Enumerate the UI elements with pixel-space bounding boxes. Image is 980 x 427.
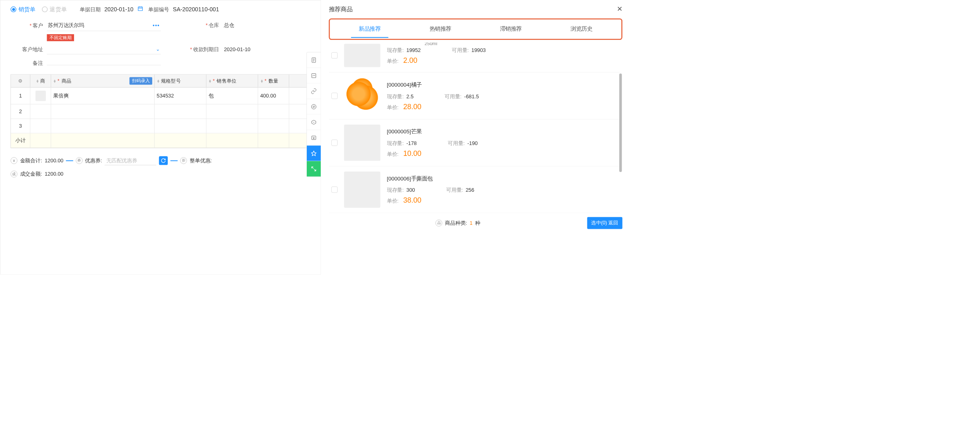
subtotal-label: 小计 (11, 133, 30, 147)
price-label: 单价: (387, 151, 399, 157)
radio-return-order[interactable]: 退货单 (42, 6, 67, 13)
sort-icon[interactable]: ▲▼ (53, 79, 56, 83)
side-toolbar (306, 52, 321, 177)
coupon-icon: 券 (76, 157, 83, 164)
chart-icon[interactable] (307, 68, 321, 83)
kind-label: 商品种类: (445, 220, 467, 226)
available-label: 可用量: (445, 93, 461, 99)
col-qty: 数量 (269, 78, 278, 85)
cell-qty[interactable]: 400.00 (258, 87, 289, 104)
col-spec: 规格型号 (161, 78, 181, 85)
expand-icon[interactable] (307, 161, 321, 177)
warehouse-input[interactable]: 总仓 (223, 20, 337, 31)
product-title: [0000004]橘子 (387, 81, 617, 88)
price-value: 28.00 (403, 102, 422, 110)
doc-date-label: 单据日期 (80, 6, 100, 12)
kind-icon: 品 (436, 220, 442, 226)
dash-icon: — (66, 156, 73, 165)
sort-icon[interactable]: ▲▼ (157, 79, 160, 83)
table-row[interactable]: 3 (11, 119, 318, 133)
customer-input[interactable]: 苏州万达沃尔玛 ••• (47, 20, 161, 31)
selected-return-button[interactable]: 选中(0) 返回 (587, 217, 622, 229)
available-value: -190 (467, 140, 478, 146)
sort-icon[interactable]: ▲▼ (36, 79, 39, 83)
product-image (344, 172, 380, 208)
sales-order-form: 销货单 退货单 单据日期 2020-01-10 单据编号 SA-20200110… (0, 0, 321, 275)
total-value: 1200.00 (45, 158, 63, 164)
tab-hot-products[interactable]: 热销推荐 (422, 21, 459, 38)
price-label: 单价: (387, 104, 399, 110)
coupon-label: 优惠券: (85, 157, 102, 164)
kind-count: 1 (469, 220, 472, 226)
product-title: [0000005]芒果 (387, 128, 617, 135)
stock-value: 2.5 (406, 93, 414, 99)
close-icon[interactable]: ✕ (617, 5, 622, 13)
tab-browse-history[interactable]: 浏览历史 (563, 21, 600, 38)
product-item[interactable]: 现存量:19952 可用量:19903 单价:2.00 (329, 42, 620, 73)
deal-value: 1200.00 (45, 171, 63, 177)
table-row[interactable]: 2 (11, 104, 318, 119)
radio-label: 退货单 (50, 6, 66, 13)
cell-product[interactable]: 果倍爽 (51, 87, 155, 104)
stock-label: 现存量: (387, 47, 404, 53)
product-image (344, 44, 380, 67)
product-title: [0000006]手撕面包 (387, 175, 617, 182)
swap-icon[interactable] (307, 99, 321, 115)
product-checkbox[interactable] (331, 52, 337, 58)
product-checkbox[interactable] (331, 140, 337, 146)
chevron-down-icon[interactable]: ⌄ (156, 46, 160, 52)
stock-value: 300 (406, 187, 415, 193)
product-list[interactable]: 250ml 现存量:19952 可用量:19903 单价:2.00 [00000… (329, 42, 622, 213)
address-input[interactable]: ⌄ (47, 44, 161, 54)
svg-marker-12 (312, 151, 316, 156)
notes-icon[interactable] (307, 52, 321, 68)
customer-label: 客户 (33, 23, 43, 28)
star-icon[interactable] (307, 145, 321, 161)
price-value: 38.00 (403, 196, 422, 204)
sync-button[interactable] (159, 156, 168, 165)
more-icon[interactable]: ••• (153, 22, 159, 28)
product-checkbox[interactable] (331, 93, 337, 99)
product-item[interactable]: [0000005]芒果 现存量:-178 可用量:-190 单价:10.00 (329, 119, 620, 166)
scan-input-button[interactable]: 扫码录入 (130, 77, 153, 85)
row-index: 2 (11, 104, 30, 118)
stock-label: 现存量: (387, 93, 404, 99)
customer-value: 苏州万达沃尔玛 (48, 22, 84, 29)
remark-input[interactable] (47, 61, 161, 65)
calendar-icon[interactable] (137, 6, 143, 13)
radio-icon (10, 6, 16, 12)
link-icon[interactable] (307, 83, 321, 99)
gear-icon[interactable]: ⚙ (18, 78, 23, 84)
stock-value: 19952 (406, 47, 421, 53)
available-label: 可用量: (448, 140, 465, 146)
available-value: -681.5 (464, 93, 479, 99)
product-item[interactable]: [0000006]手撕面包 现存量:300 可用量:256 单价:38.00 (329, 166, 620, 213)
currency-icon[interactable] (307, 130, 321, 146)
stock-value: -178 (406, 140, 417, 146)
recommended-products-panel: 推荐商品 ✕ 新品推荐 热销推荐 滞销推荐 浏览历史 250ml 现存量:199… (321, 0, 630, 275)
tab-new-products[interactable]: 新品推荐 (351, 21, 389, 38)
price-label: 单价: (387, 198, 399, 204)
scrollbar-thumb[interactable] (619, 74, 622, 172)
archive-icon[interactable] (307, 114, 321, 130)
tab-slow-products[interactable]: 滞销推荐 (492, 21, 530, 38)
line-items-table: ⚙ ▲▼商 ▲▼*商品扫码录入 ▲▼规格型号 ▲▼*销售单位 ▲▼*数量 1 果… (10, 75, 318, 148)
available-label: 可用量: (446, 187, 463, 193)
cell-unit[interactable]: 包 (206, 87, 258, 104)
cell-spec[interactable]: 534532 (155, 87, 207, 104)
coupon-input[interactable]: 无匹配优惠券 (105, 156, 157, 165)
discount-icon: 折 (180, 157, 187, 164)
product-image (344, 78, 380, 114)
svg-point-9 (312, 104, 316, 109)
product-item[interactable]: [0000004]橘子 现存量:2.5 可用量:-681.5 单价:28.00 (329, 73, 620, 119)
recommendation-tabs-highlight: 新品推荐 热销推荐 滞销推荐 浏览历史 (329, 19, 622, 40)
product-checkbox[interactable] (331, 187, 337, 193)
col-pic: 商 (40, 78, 45, 85)
product-thumbnail (35, 91, 46, 101)
table-row[interactable]: 1 果倍爽 534532 包 400.00 (11, 87, 318, 104)
doc-date-value[interactable]: 2020-01-10 (104, 6, 133, 13)
sort-icon[interactable]: ▲▼ (209, 79, 212, 83)
radio-sales-order[interactable]: 销货单 (10, 6, 35, 13)
sort-icon[interactable]: ▲▼ (260, 79, 263, 83)
col-product: 商品 (62, 78, 71, 85)
